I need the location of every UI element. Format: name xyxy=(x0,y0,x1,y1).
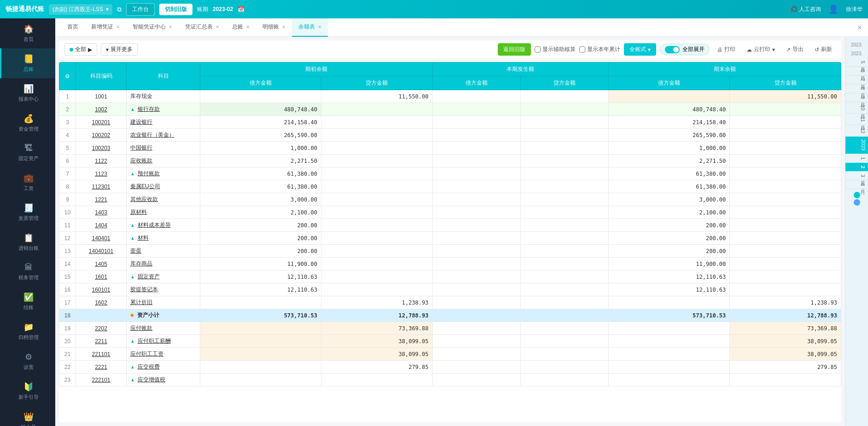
tab-smart-verify-close[interactable]: ✕ xyxy=(169,24,172,29)
close-all-tabs[interactable]: ✕ xyxy=(857,24,862,31)
sidebar-item-salary[interactable]: 💼 工资 xyxy=(0,167,55,197)
subject-name[interactable]: ▲ 银行存款 xyxy=(127,103,200,116)
tab-balance-sheet-close[interactable]: ✕ xyxy=(318,24,321,29)
sidebar-item-assets[interactable]: 🏗 固定资产 xyxy=(0,138,55,167)
return-old-version-button[interactable]: 返回旧版 xyxy=(498,43,531,56)
expand-icon[interactable]: ▲ xyxy=(130,377,136,382)
tab-voucher-summary[interactable]: 凭证汇总表 ✕ xyxy=(179,18,226,37)
subject-name[interactable]: 累计折旧 xyxy=(127,296,200,309)
subject-code[interactable]: 1405 xyxy=(76,258,127,271)
subject-name[interactable]: 应付账款 xyxy=(127,322,200,335)
expand-more-button[interactable]: ▾ 展开更多 xyxy=(101,43,138,56)
subject-code[interactable]: 14040101 xyxy=(76,245,127,258)
tab-balance-sheet[interactable]: 余额表 ✕ xyxy=(292,18,328,37)
sidebar-item-settle[interactable]: ✅ 结账 xyxy=(0,287,55,317)
expand-icon[interactable]: ▲ xyxy=(130,223,136,228)
tab-home[interactable]: 首页 xyxy=(61,18,85,37)
workbench-button[interactable]: 工作台 xyxy=(126,3,155,16)
export-button[interactable]: ↗ 导出 xyxy=(782,44,807,55)
subject-name[interactable]: ▲ 应交增值税 xyxy=(127,374,200,386)
subject-name[interactable]: 胶提签记本 xyxy=(127,283,200,296)
copy-icon[interactable]: ⧉ xyxy=(117,6,122,13)
month-12[interactable]: 12月 xyxy=(845,125,868,137)
subject-code[interactable]: 2202 xyxy=(76,322,127,335)
subject-name[interactable]: ▲ 材料成本差异 xyxy=(127,219,200,232)
month-7[interactable]: 7月 xyxy=(845,75,868,84)
subject-name[interactable]: 农业银行（美金） xyxy=(127,129,200,142)
auxiliary-checkbox-input[interactable] xyxy=(535,46,541,52)
expand-icon[interactable]: ▲ xyxy=(130,107,136,112)
expand-icon[interactable]: ▲ xyxy=(130,236,136,241)
year-2023[interactable]: 2023 xyxy=(845,137,868,154)
sidebar-item-guide[interactable]: 🔰 新手引导 xyxy=(0,376,55,406)
subject-name[interactable]: 库存商品 xyxy=(127,258,200,271)
sidebar-item-purchase[interactable]: 📋 进销台账 xyxy=(0,227,55,257)
expand-all-toggle[interactable]: 全部展开 xyxy=(660,44,710,55)
month-9[interactable]: 9月 xyxy=(845,93,868,102)
month-4[interactable]: 4月 xyxy=(845,180,868,189)
refresh-button[interactable]: ↺ 刷新 xyxy=(811,44,836,55)
print-button[interactable]: 🖨 打印 xyxy=(713,44,739,55)
subject-name[interactable]: ▲ 应交税费 xyxy=(127,361,200,374)
subject-code[interactable]: 1221 xyxy=(76,193,127,206)
subject-code[interactable]: 2221 xyxy=(76,361,127,374)
expand-icon[interactable]: ▲ xyxy=(130,364,136,369)
expand-icon[interactable]: ▲ xyxy=(130,171,136,176)
subject-code[interactable]: 112301 xyxy=(76,180,127,193)
expand-icon[interactable]: ▲ xyxy=(130,339,136,344)
subject-code[interactable]: 1002 xyxy=(76,103,127,116)
subject-code[interactable]: 1403 xyxy=(76,206,127,219)
filter-all-button[interactable]: 全部 ▶ xyxy=(64,43,97,56)
subject-name[interactable]: ▲ 材料 xyxy=(127,232,200,245)
subject-code[interactable]: 100202 xyxy=(76,129,127,142)
subject-name[interactable]: 建设银行 xyxy=(127,116,200,129)
month-8[interactable]: 8月 xyxy=(845,84,868,93)
show-auxiliary-checkbox[interactable]: 显示辅助核算 xyxy=(535,46,576,53)
consult-btn[interactable]: 🎧 人工咨询 xyxy=(791,6,821,13)
subject-name[interactable]: 原材料 xyxy=(127,206,200,219)
subject-name[interactable]: 中国银行 xyxy=(127,142,200,155)
month-3[interactable]: 3月 xyxy=(845,172,868,180)
show-ytd-checkbox[interactable]: 显示本年累计 xyxy=(579,46,620,53)
tab-smart-verify[interactable]: 智能凭证中心 ✕ xyxy=(126,18,179,37)
subject-code[interactable]: 1123 xyxy=(76,167,127,180)
subject-code[interactable]: 2211 xyxy=(76,335,127,348)
sidebar-item-member[interactable]: 👑 畅会员 xyxy=(0,406,55,426)
tab-new-voucher[interactable]: 新增凭证 ✕ xyxy=(85,18,126,37)
sidebar-item-invoice[interactable]: 🧾 发票管理 xyxy=(0,197,55,227)
sidebar-item-home[interactable]: 🏠 首页 xyxy=(0,18,55,48)
subject-name[interactable]: ▲ 应付职工薪酬 xyxy=(127,335,200,348)
subject-code[interactable]: 1602 xyxy=(76,296,127,309)
month-2[interactable]: 2月 xyxy=(845,163,868,172)
tab-general-ledger[interactable]: 总账 ✕ xyxy=(226,18,256,37)
tab-new-voucher-close[interactable]: ✕ xyxy=(116,24,120,29)
ytd-checkbox-input[interactable] xyxy=(579,46,585,52)
sidebar-item-settings[interactable]: ⚙ 设置 xyxy=(0,346,55,376)
subject-code[interactable]: 160101 xyxy=(76,283,127,296)
company-selector[interactable]: (勿副) 江西股王-LSS ▾ xyxy=(49,4,112,15)
expand-icon[interactable]: ▲ xyxy=(130,274,136,279)
month-6[interactable]: 6月 xyxy=(845,67,868,75)
month-5[interactable]: 5月 xyxy=(845,58,868,67)
subject-name[interactable]: 应收账款 xyxy=(127,155,200,167)
tab-general-ledger-close[interactable]: ✕ xyxy=(246,24,250,29)
tab-voucher-summary-close[interactable]: ✕ xyxy=(216,24,219,29)
subject-name[interactable]: 秦属EU公司 xyxy=(127,180,200,193)
subject-name[interactable]: ▲ 固定资产 xyxy=(127,271,200,283)
calendar-icon[interactable]: 📅 xyxy=(238,6,245,12)
month-10[interactable]: 10月 xyxy=(845,102,868,114)
switch-version-button[interactable]: 切到旧版 xyxy=(159,4,192,15)
subject-name[interactable]: 壹蛋 xyxy=(127,245,200,258)
toggle-switch[interactable] xyxy=(665,46,680,53)
full-mode-button[interactable]: 全账式 ▾ xyxy=(624,43,656,56)
cloud-print-button[interactable]: ☁ 云打印 ▾ xyxy=(743,44,779,55)
subject-name[interactable]: 其他应收款 xyxy=(127,193,200,206)
subject-code[interactable]: 100201 xyxy=(76,116,127,129)
subject-code[interactable]: 221101 xyxy=(76,348,127,361)
subject-code[interactable]: 100203 xyxy=(76,142,127,155)
sidebar-item-reports[interactable]: 📊 报表中心 xyxy=(0,78,55,108)
subject-code[interactable]: 1404 xyxy=(76,219,127,232)
sidebar-item-tax[interactable]: 🏛 税务管理 xyxy=(0,257,55,287)
tab-detail-ledger[interactable]: 明细账 ✕ xyxy=(256,18,292,37)
subject-name[interactable]: 应付职工工资 xyxy=(127,348,200,361)
